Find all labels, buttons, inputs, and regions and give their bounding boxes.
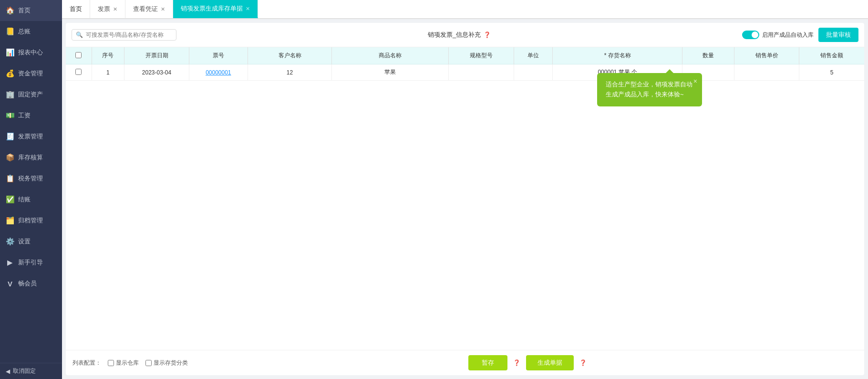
cell-spec-1 — [449, 64, 514, 81]
row-checkbox-1[interactable] — [75, 69, 82, 75]
tooltip-close-button[interactable]: × — [693, 76, 697, 86]
col-header-product: 商品名称 — [332, 47, 449, 64]
cell-customer-1: 12 — [248, 64, 332, 81]
batch-button[interactable]: 批量审核 — [818, 28, 858, 42]
cell-seq-1: 1 — [92, 64, 124, 81]
sidebar-unpin[interactable]: ◀ 取消固定 — [0, 363, 62, 379]
table-container: 序号 开票日期 票号 客户名称 商品名称 规格型号 单位 * 存货名称 数量 销… — [66, 47, 864, 350]
settlement-icon: ✅ — [6, 195, 14, 204]
sidebar: 🏠 首页 📒 总账 📊 报表中心 💰 资金管理 🏢 固定资产 💵 工资 🧾 发票… — [0, 0, 62, 379]
sidebar-label-assets: 固定资产 — [18, 90, 43, 99]
cell-ticket-1[interactable]: 00000001 — [189, 64, 248, 81]
content-panel: 🔍 销项发票_信息补充 ❓ 启用产成品自动入库 批量审核 — [66, 23, 864, 375]
inventory-icon: 📦 — [6, 153, 14, 162]
sidebar-label-archive: 归档管理 — [18, 216, 43, 225]
tooltip-popup: × 适合生产型企业，销项发票自动生成产成品入库，快来体验~ — [597, 73, 702, 106]
sidebar-item-home[interactable]: 🏠 首页 — [0, 0, 62, 21]
data-table: 序号 开票日期 票号 客户名称 商品名称 规格型号 单位 * 存货名称 数量 销… — [66, 47, 864, 81]
save-button[interactable]: 暂存 — [468, 355, 507, 370]
sidebar-item-invoice[interactable]: 🧾 发票管理 — [0, 126, 62, 147]
col-header-customer: 客户名称 — [248, 47, 332, 64]
sidebar-item-tax[interactable]: 📋 税务管理 — [0, 168, 62, 189]
sidebar-label-home: 首页 — [18, 6, 31, 15]
tab-invoice-close[interactable]: ✕ — [113, 6, 117, 12]
tab-bar: 首页 发票 ✕ 查看凭证 ✕ 销项发票生成库存单据 ✕ — [62, 0, 868, 19]
ledger-icon: 📒 — [6, 27, 14, 36]
sidebar-item-archive[interactable]: 🗂️ 归档管理 — [0, 210, 62, 231]
main-area: 首页 发票 ✕ 查看凭证 ✕ 销项发票生成库存单据 ✕ 🔍 销项发票_信息补充 … — [62, 0, 868, 379]
generate-button[interactable]: 生成单据 — [526, 355, 574, 370]
tab-voucher-close[interactable]: ✕ — [161, 6, 165, 12]
sidebar-label-guide: 新手引导 — [18, 258, 43, 267]
bottom-actions: 暂存 ❓ 生成单据 ❓ — [197, 355, 858, 370]
funds-icon: 💰 — [6, 69, 14, 78]
archive-icon: 🗂️ — [6, 216, 14, 225]
sidebar-item-funds[interactable]: 💰 资金管理 — [0, 63, 62, 84]
sidebar-label-inventory: 库存核算 — [18, 153, 43, 162]
col-header-price: 销售单价 — [734, 47, 799, 64]
search-box[interactable]: 🔍 — [72, 29, 176, 41]
config-label: 列表配置： — [72, 359, 101, 367]
sidebar-label-invoice: 发票管理 — [18, 132, 43, 141]
col-header-amount: 销售金额 — [799, 47, 864, 64]
show-warehouse-checkbox[interactable] — [108, 360, 114, 366]
tab-voucher-label: 查看凭证 — [133, 5, 158, 13]
sidebar-item-settings[interactable]: ⚙️ 设置 — [0, 231, 62, 252]
select-all-checkbox[interactable] — [75, 52, 82, 58]
show-category-label[interactable]: 显示存货分类 — [145, 359, 188, 367]
unpin-icon: ◀ — [6, 368, 10, 375]
show-category-text: 显示存货分类 — [154, 359, 188, 367]
sidebar-label-reports: 报表中心 — [18, 48, 43, 57]
tab-voucher[interactable]: 查看凭证 ✕ — [125, 0, 173, 18]
table-row: 1 2023-03-04 00000001 12 苹果 000001 苹果 个 … — [66, 64, 864, 81]
search-input[interactable] — [86, 32, 172, 38]
tab-home[interactable]: 首页 — [62, 0, 90, 18]
center-label: 销项发票_信息补充 — [428, 31, 481, 39]
col-header-spec: 规格型号 — [449, 47, 514, 64]
sidebar-item-inventory[interactable]: 📦 库存核算 — [0, 147, 62, 168]
sidebar-item-assets[interactable]: 🏢 固定资产 — [0, 84, 62, 105]
toggle-container: 启用产成品自动入库 — [742, 31, 814, 39]
sidebar-bottom-label: 取消固定 — [13, 367, 36, 375]
tab-invoice-label: 发票 — [98, 5, 110, 13]
show-warehouse-label[interactable]: 显示仓库 — [108, 359, 139, 367]
tab-stock-receipt[interactable]: 销项发票生成库存单据 ✕ — [173, 0, 258, 18]
tab-stock-receipt-close[interactable]: ✕ — [246, 6, 250, 12]
col-header-inventory: * 存货名称 — [553, 47, 682, 64]
sidebar-item-ledger[interactable]: 📒 总账 — [0, 21, 62, 42]
assets-icon: 🏢 — [6, 90, 14, 99]
guide-icon: ▶ — [6, 258, 14, 267]
reports-icon: 📊 — [6, 48, 14, 57]
help-icon-generate[interactable]: ❓ — [579, 359, 587, 366]
auto-stock-toggle[interactable] — [742, 31, 759, 39]
sidebar-item-payroll[interactable]: 💵 工资 — [0, 105, 62, 126]
tab-invoice[interactable]: 发票 ✕ — [90, 0, 125, 18]
cell-date-1: 2023-03-04 — [124, 64, 189, 81]
tab-stock-receipt-label: 销项发票生成库存单据 — [181, 4, 243, 13]
sidebar-label-settings: 设置 — [18, 237, 31, 246]
toolbar-center: 销项发票_信息补充 ❓ — [181, 31, 737, 39]
cell-product-1: 苹果 — [332, 64, 449, 81]
help-icon-save[interactable]: ❓ — [513, 359, 520, 366]
help-icon-center[interactable]: ❓ — [484, 32, 491, 38]
sidebar-item-reports[interactable]: 📊 报表中心 — [0, 42, 62, 63]
sidebar-item-guide[interactable]: ▶ 新手引导 — [0, 252, 62, 273]
sidebar-label-settlement: 结账 — [18, 195, 31, 204]
search-icon: 🔍 — [76, 32, 83, 38]
bottom-bar: 列表配置： 显示仓库 显示存货分类 暂存 ❓ 生成单据 ❓ — [66, 350, 864, 375]
payroll-icon: 💵 — [6, 111, 14, 120]
col-header-qty: 数量 — [682, 47, 734, 64]
home-icon: 🏠 — [6, 6, 14, 15]
sidebar-label-tax: 税务管理 — [18, 174, 43, 183]
settings-icon: ⚙️ — [6, 237, 14, 246]
sidebar-label-member: 畅会员 — [18, 279, 37, 288]
col-header-unit: 单位 — [514, 47, 553, 64]
cell-amount-1: 5 — [799, 64, 864, 81]
show-category-checkbox[interactable] — [145, 360, 152, 366]
cell-unit-1 — [514, 64, 553, 81]
show-warehouse-text: 显示仓库 — [116, 359, 139, 367]
toolbar-right: 启用产成品自动入库 批量审核 — [742, 28, 858, 42]
sidebar-item-member[interactable]: V 畅会员 — [0, 273, 62, 294]
invoice-icon: 🧾 — [6, 132, 14, 141]
sidebar-item-settlement[interactable]: ✅ 结账 — [0, 189, 62, 210]
